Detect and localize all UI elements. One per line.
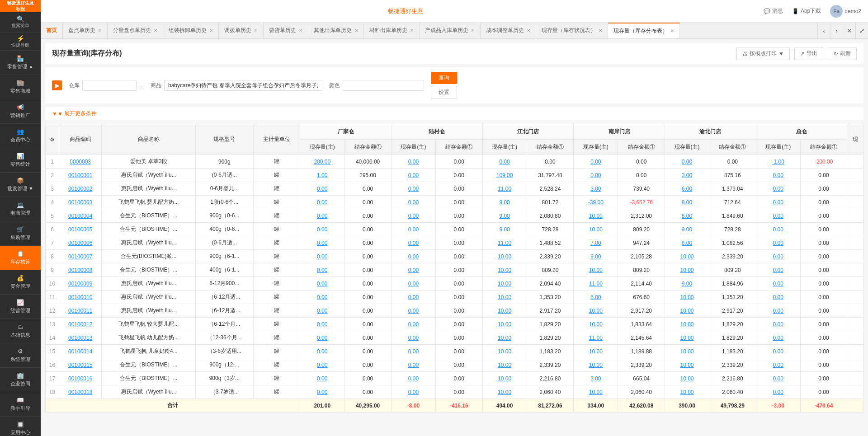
row-lucun-qty[interactable]: 0.00: [391, 196, 435, 209]
row-yb-qty[interactable]: 10.00: [665, 385, 709, 399]
row-factory-qty[interactable]: 0.00: [300, 358, 344, 372]
row-factory-qty[interactable]: 0.00: [300, 209, 344, 223]
row-na-qty[interactable]: -39.00: [574, 196, 618, 209]
row-yb-qty[interactable]: 8.00: [665, 209, 709, 223]
row-tot-qty[interactable]: 0.00: [756, 277, 800, 291]
tab-stock-status[interactable]: 现存量（库存状况表） ✕: [536, 23, 608, 39]
row-code[interactable]: 00100009: [59, 277, 102, 291]
row-code[interactable]: 00100014: [59, 345, 102, 358]
row-factory-qty[interactable]: 0.00: [300, 263, 344, 277]
tab-close-stock-dist[interactable]: ✕: [670, 28, 674, 33]
row-jb-qty[interactable]: 10.00: [482, 263, 527, 277]
tab-expand-btn[interactable]: ⤢: [855, 23, 868, 39]
tab-close-all-btn[interactable]: ✕: [843, 23, 855, 39]
sidebar-item-base[interactable]: 🗂 基础信息: [0, 319, 41, 343]
row-na-qty[interactable]: 10.00: [574, 358, 618, 372]
row-factory-qty[interactable]: 0.00: [300, 236, 344, 250]
row-tot-qty[interactable]: 0.00: [756, 169, 800, 182]
product-input[interactable]: [164, 80, 322, 91]
row-tot-qty[interactable]: 0.00: [756, 223, 800, 236]
row-tot-qty[interactable]: 0.00: [756, 358, 800, 372]
settings-btn[interactable]: 设置: [431, 86, 457, 99]
row-lucun-qty[interactable]: 0.00: [391, 155, 435, 169]
tab-close-material-out[interactable]: ✕: [410, 28, 414, 33]
sidebar-item-operations[interactable]: 📈 经营管理: [0, 295, 41, 319]
refresh-btn[interactable]: ↻ 刷新: [828, 47, 857, 60]
row-jb-qty[interactable]: 9.00: [482, 196, 527, 209]
row-lucun-qty[interactable]: 0.00: [391, 372, 435, 385]
row-factory-qty[interactable]: 1.00: [300, 169, 344, 182]
search-btn[interactable]: 查询: [431, 72, 457, 84]
row-code[interactable]: 00100012: [59, 318, 102, 331]
row-tot-qty[interactable]: 0.00: [756, 318, 800, 331]
row-code[interactable]: 00100005: [59, 223, 102, 236]
row-tot-qty[interactable]: 0.00: [756, 345, 800, 358]
row-factory-qty[interactable]: 0.00: [300, 318, 344, 331]
tab-product-in[interactable]: 产成品入库单历史 ✕: [420, 23, 481, 39]
row-tot-qty[interactable]: 0.00: [756, 250, 800, 263]
row-jb-qty[interactable]: 10.00: [482, 277, 527, 291]
row-yb-qty[interactable]: 9.00: [665, 223, 709, 236]
row-tot-qty[interactable]: 0.00: [756, 196, 800, 209]
row-code[interactable]: 00100010: [59, 291, 102, 304]
row-tot-qty[interactable]: 0.00: [756, 291, 800, 304]
sidebar-item-ecommerce[interactable]: 💻 电商管理: [0, 197, 41, 221]
sidebar-item-marketing[interactable]: 📢 营销推广: [0, 99, 41, 124]
row-code[interactable]: 00100015: [59, 358, 102, 372]
row-lucun-qty[interactable]: 0.00: [391, 385, 435, 399]
row-factory-qty[interactable]: 0.00: [300, 291, 344, 304]
row-na-qty[interactable]: 0.00: [574, 169, 618, 182]
sidebar-item-retail-stat[interactable]: 📊 零售统计: [0, 148, 41, 173]
row-jb-qty[interactable]: 9.00: [482, 223, 527, 236]
row-lucun-qty[interactable]: 0.00: [391, 209, 435, 223]
tab-close-split[interactable]: ✕: [154, 28, 157, 33]
row-code[interactable]: 00100011: [59, 304, 102, 318]
tab-stock-dist[interactable]: 现存量（库存分布表） ✕: [608, 23, 680, 39]
print-btn[interactable]: 🖨 按模版打印 ▼: [736, 47, 790, 60]
row-lucun-qty[interactable]: 0.00: [391, 277, 435, 291]
row-code[interactable]: 00100018: [59, 385, 102, 399]
tab-assembly[interactable]: 组装拆卸单历史 ✕: [163, 23, 219, 39]
user-menu[interactable]: Ea demo2: [830, 5, 861, 18]
row-yb-qty[interactable]: 10.00: [665, 345, 709, 358]
row-tot-qty[interactable]: 0.00: [756, 372, 800, 385]
message-btn[interactable]: 💬 消息: [764, 7, 783, 15]
row-yb-qty[interactable]: 10.00: [665, 331, 709, 345]
row-tot-qty[interactable]: -1.00: [756, 155, 800, 169]
row-jb-qty[interactable]: 9.00: [482, 209, 527, 223]
row-lucun-qty[interactable]: 0.00: [391, 318, 435, 331]
row-lucun-qty[interactable]: 0.00: [391, 331, 435, 345]
row-yb-qty[interactable]: 10.00: [665, 291, 709, 304]
sidebar-item-quicknav[interactable]: ⚡ 快捷导航: [0, 33, 41, 51]
row-na-qty[interactable]: 11.00: [574, 331, 618, 345]
sidebar-item-appstore[interactable]: 🔲 应用中心: [0, 417, 41, 436]
row-jb-qty[interactable]: 109.00: [482, 169, 527, 182]
row-lucun-qty[interactable]: 0.00: [391, 263, 435, 277]
tab-order[interactable]: 要货单历史 ✕: [264, 23, 308, 39]
tab-close-cost-adjust[interactable]: ✕: [527, 28, 530, 33]
row-factory-qty[interactable]: 0.00: [300, 223, 344, 236]
tab-next-btn[interactable]: ›: [830, 23, 843, 39]
row-tot-qty[interactable]: 0.00: [756, 385, 800, 399]
row-lucun-qty[interactable]: 0.00: [391, 250, 435, 263]
row-jb-qty[interactable]: 10.00: [482, 385, 527, 399]
row-factory-qty[interactable]: 0.00: [300, 304, 344, 318]
row-lucun-qty[interactable]: 0.00: [391, 236, 435, 250]
row-yb-qty[interactable]: 10.00: [665, 358, 709, 372]
row-yb-qty[interactable]: 10.00: [665, 263, 709, 277]
tab-material-out[interactable]: 材料出库单历史 ✕: [364, 23, 420, 39]
tab-home[interactable]: 首页: [41, 23, 63, 39]
row-jb-qty[interactable]: 10.00: [482, 291, 527, 304]
sidebar-item-retail[interactable]: 🏪 零售管理 ▲: [0, 51, 41, 75]
export-btn[interactable]: ↗ 导出: [794, 47, 823, 60]
row-code[interactable]: 00100001: [59, 169, 102, 182]
row-yb-qty[interactable]: 0.00: [665, 155, 709, 169]
row-lucun-qty[interactable]: 0.00: [391, 169, 435, 182]
row-lucun-qty[interactable]: 0.00: [391, 223, 435, 236]
row-yb-qty[interactable]: 8.00: [665, 236, 709, 250]
sidebar-item-member[interactable]: 👥 会员中心: [0, 124, 41, 148]
row-na-qty[interactable]: 10.00: [574, 345, 618, 358]
tab-close-product-in[interactable]: ✕: [471, 28, 475, 33]
row-jb-qty[interactable]: 11.00: [482, 182, 527, 196]
row-tot-qty[interactable]: 0.00: [756, 209, 800, 223]
